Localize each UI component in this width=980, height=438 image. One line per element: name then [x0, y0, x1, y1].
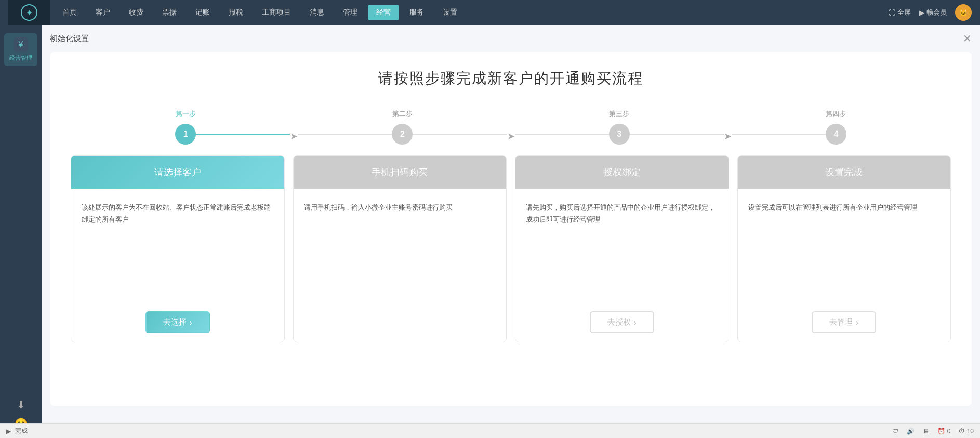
- logo-area: ✦: [8, 0, 50, 25]
- nav-service[interactable]: 服务: [401, 5, 432, 20]
- timer-10: ⏱ 10: [959, 428, 974, 435]
- cards-row: 请选择客户 该处展示的客户为不在回收站、客户状态正常建账后完成老板端绑定的所有客…: [71, 155, 951, 342]
- card-1-text: 该处展示的客户为不在回收站、客户状态正常建账后完成老板端绑定的所有客户: [82, 203, 271, 223]
- status-bar-right: 🛡 🔊 🖥 ⏰ 0 ⏱ 10: [892, 428, 974, 435]
- card-3-header: 授权绑定: [515, 156, 729, 189]
- main-content: 初始化设置 ✕ 请按照步骤完成新客户的开通购买流程 第一步 1: [42, 25, 980, 438]
- card-2-footer: [294, 325, 507, 342]
- nav-manage[interactable]: 管理: [335, 5, 366, 20]
- card-step-4: 设置完成 设置完成后可以在管理列表进行所有企业用户的经营管理 去管理 ›: [737, 155, 951, 342]
- go-authorize-button[interactable]: 去授权 ›: [590, 311, 654, 333]
- close-button[interactable]: ✕: [963, 33, 972, 44]
- step-4-header: 第四步 4: [732, 109, 941, 147]
- connector-3a: [515, 134, 609, 135]
- nav-fee[interactable]: 收费: [121, 5, 152, 20]
- screen-icon: 🖥: [923, 428, 929, 435]
- fullscreen-button[interactable]: ⛶ 全屏: [889, 8, 911, 17]
- nav-tax[interactable]: 报税: [220, 5, 251, 20]
- step-4-label: 第四步: [826, 109, 846, 119]
- go-select-arrow: ›: [190, 318, 192, 327]
- nav-operation[interactable]: 经营: [368, 5, 399, 20]
- step-3-circle-row: 3: [515, 124, 724, 145]
- go-manage-button[interactable]: 去管理 ›: [812, 311, 876, 333]
- nav-invoice[interactable]: 票据: [154, 5, 185, 20]
- nav-bookkeeping[interactable]: 记账: [187, 5, 218, 20]
- nav-business[interactable]: 工商项目: [254, 5, 299, 20]
- go-select-button[interactable]: 去选择 ›: [145, 311, 210, 333]
- card-step-3: 授权绑定 请先购买，购买后选择开通的产品中的企业用户进行授权绑定，成功后即可进行…: [515, 155, 729, 342]
- main-layout: ¥ 经营管理 ⬇ 😊 初始化设置 ✕ 请按照步骤完成新客户的开通购买流程 第一步: [0, 25, 980, 438]
- top-navigation: ✦ 首页 客户 收费 票据 记账 报税 工商项目 消息 管理 经营 服务 设置 …: [0, 0, 980, 25]
- step-1-number: 1: [175, 124, 196, 145]
- nav-settings[interactable]: 设置: [434, 5, 466, 20]
- card-step-2: 手机扫码购买 请用手机扫码，输入小微企业主账号密码进行购买: [293, 155, 507, 342]
- connector-1: [196, 134, 290, 135]
- app-logo: ✦: [21, 4, 37, 21]
- card-2-body: 请用手机扫码，输入小微企业主账号密码进行购买: [294, 189, 507, 325]
- step-2-label: 第二步: [392, 109, 413, 119]
- nav-client[interactable]: 客户: [87, 5, 118, 20]
- go-authorize-label: 去授权: [607, 317, 631, 327]
- sidebar-item-label: 经营管理: [9, 54, 32, 62]
- nav-message[interactable]: 消息: [301, 5, 333, 20]
- timer-0: ⏰ 0: [937, 428, 950, 435]
- card-3-footer: 去授权 ›: [515, 303, 729, 342]
- card-step-1: 请选择客户 该处展示的客户为不在回收站、客户状态正常建账后完成老板端绑定的所有客…: [71, 155, 285, 342]
- step-1-header: 第一步 1: [81, 109, 290, 147]
- sidebar: ¥ 经营管理 ⬇ 😊: [0, 25, 42, 438]
- connector-4a: [732, 134, 826, 135]
- steps-container: 请按照步骤完成新客户的开通购买流程 第一步 1 ➤: [50, 52, 972, 406]
- card-4-footer: 去管理 ›: [738, 303, 951, 342]
- card-2-text: 请用手机扫码，输入小微企业主账号密码进行购买: [304, 203, 453, 211]
- step-4-number: 4: [826, 124, 846, 145]
- step-2-header: 第二步 2: [298, 109, 507, 147]
- arrow-3: ➤: [724, 109, 732, 147]
- card-1-title: 请选择客户: [154, 167, 201, 177]
- play-status-icon: ▶: [6, 428, 11, 435]
- page-header: 初始化设置 ✕: [50, 33, 972, 44]
- fullscreen-label: 全屏: [897, 8, 911, 17]
- go-manage-label: 去管理: [829, 317, 853, 327]
- operation-icon: ¥: [14, 37, 28, 52]
- nav-items: 首页 客户 收费 票据 记账 报税 工商项目 消息 管理 经营 服务 设置: [54, 5, 889, 20]
- shield-icon: 🛡: [892, 428, 898, 435]
- go-authorize-arrow: ›: [634, 318, 637, 327]
- card-3-title: 授权绑定: [603, 167, 641, 177]
- nav-right: ⛶ 全屏 ▶ 畅会员 🐱: [889, 4, 972, 21]
- step-3-label: 第三步: [609, 109, 629, 119]
- card-1-header: 请选择客户: [71, 156, 284, 189]
- card-4-header: 设置完成: [738, 156, 951, 189]
- avatar[interactable]: 🐱: [955, 4, 972, 21]
- status-bar: ▶ 完成 🛡 🔊 🖥 ⏰ 0 ⏱ 10: [0, 423, 980, 438]
- avatar-icon: 🐱: [959, 9, 968, 17]
- step-1-label: 第一步: [176, 109, 196, 119]
- card-4-text: 设置完成后可以在管理列表进行所有企业用户的经营管理: [748, 203, 917, 211]
- play-icon: ▶: [919, 9, 924, 17]
- status-text: 完成: [15, 427, 28, 435]
- step-3-header: 第三步 3: [515, 109, 724, 147]
- download-icon[interactable]: ⬇: [17, 398, 25, 411]
- connector-2a: [298, 134, 392, 135]
- card-2-header: 手机扫码购买: [294, 156, 507, 189]
- card-1-footer: 去选择 ›: [71, 303, 284, 342]
- step-2-number: 2: [392, 124, 413, 145]
- sidebar-item-operation[interactable]: ¥ 经营管理: [4, 33, 37, 66]
- vip-label: 畅会员: [926, 8, 947, 17]
- volume-icon: 🔊: [907, 428, 915, 435]
- step-2-circle-row: 2: [298, 124, 507, 145]
- nav-home[interactable]: 首页: [54, 5, 85, 20]
- step-3-number: 3: [609, 124, 630, 145]
- card-3-text: 请先购买，购买后选择开通的产品中的企业用户进行授权绑定，成功后即可进行经营管理: [526, 203, 715, 223]
- connector-2b: [413, 134, 507, 135]
- steps-heading: 请按照步骤完成新客户的开通购买流程: [71, 69, 951, 88]
- page-title: 初始化设置: [50, 34, 89, 44]
- vip-button[interactable]: ▶ 畅会员: [919, 8, 947, 17]
- card-1-body: 该处展示的客户为不在回收站、客户状态正常建账后完成老板端绑定的所有客户: [71, 189, 284, 303]
- card-4-title: 设置完成: [825, 167, 863, 177]
- go-manage-arrow: ›: [856, 318, 858, 327]
- arrow-1: ➤: [290, 109, 298, 147]
- card-3-body: 请先购买，购买后选择开通的产品中的企业用户进行授权绑定，成功后即可进行经营管理: [515, 189, 729, 303]
- steps-track: 第一步 1 ➤ 第二步: [71, 109, 951, 147]
- fullscreen-icon: ⛶: [889, 9, 895, 17]
- card-4-body: 设置完成后可以在管理列表进行所有企业用户的经营管理: [738, 189, 951, 303]
